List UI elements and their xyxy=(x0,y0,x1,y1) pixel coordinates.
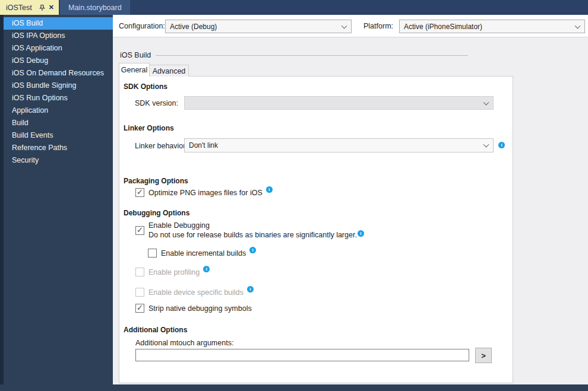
properties-nav-sidebar: iOS Build iOS IPA Options iOS Applicatio… xyxy=(4,15,113,384)
optimize-png-checkbox-row[interactable]: ✓ Optimize PNG images files for iOS i xyxy=(135,188,273,197)
enable-debugging-sublabel: Do not use for release builds as binarie… xyxy=(148,231,357,239)
tab-main-storyboard[interactable]: Main.storyboard xyxy=(60,0,130,15)
mtouch-arguments-label: Additional mtouch arguments: xyxy=(135,339,233,347)
configuration-value: Active (Debug) xyxy=(170,23,217,31)
info-icon[interactable]: i xyxy=(249,247,256,253)
tab-advanced[interactable]: Advanced xyxy=(150,65,189,77)
linker-behavior-value: Don't link xyxy=(189,141,218,150)
nav-item-ios-ipa-options[interactable]: iOS IPA Options xyxy=(4,30,113,42)
enable-profiling-checkbox-row: Enable profiling i xyxy=(135,268,210,276)
platform-value: Active (iPhoneSimulator) xyxy=(404,23,482,31)
enable-device-specific-builds-checkbox-row: Enable device specific builds i xyxy=(135,288,254,297)
enable-incremental-builds-checkbox-row[interactable]: Enable incremental builds i xyxy=(148,249,256,258)
enable-debugging-checkbox-row[interactable]: ✓ Enable Debugging Do not use for releas… xyxy=(135,221,364,240)
tab-iostest[interactable]: iOSTest ✕ xyxy=(0,0,59,15)
nav-item-security[interactable]: Security xyxy=(4,154,113,167)
linker-behavior-select[interactable]: Don't link xyxy=(184,138,494,152)
pin-icon[interactable] xyxy=(38,4,46,12)
linker-options-heading: Linker Options xyxy=(124,124,174,132)
nav-item-ios-application[interactable]: iOS Application xyxy=(4,42,113,55)
nav-item-reference-paths[interactable]: Reference Paths xyxy=(4,142,113,154)
info-icon[interactable]: i xyxy=(203,266,210,272)
debugging-options-heading: Debugging Options xyxy=(124,209,189,217)
nav-item-ios-on-demand-resources[interactable]: iOS On Demand Resources xyxy=(4,67,113,80)
linker-behavior-label: Linker behavior: xyxy=(135,142,188,150)
sdk-version-label: SDK version: xyxy=(135,99,178,107)
configuration-band: Configuration: Active (Debug) Platform: … xyxy=(113,15,588,37)
tab-general[interactable]: General xyxy=(119,63,150,77)
additional-options-heading: Additional Options xyxy=(124,326,187,334)
chevron-down-icon xyxy=(342,23,347,28)
checkbox-disabled xyxy=(135,288,144,297)
packaging-options-heading: Packaging Options xyxy=(124,177,188,185)
info-icon[interactable]: i xyxy=(266,186,273,193)
enable-device-specific-builds-label: Enable device specific builds xyxy=(148,288,244,297)
info-icon[interactable]: i xyxy=(247,286,254,293)
checkbox-checked[interactable]: ✓ xyxy=(135,188,144,197)
close-icon[interactable]: ✕ xyxy=(49,4,54,11)
mtouch-arguments-input[interactable] xyxy=(135,349,469,361)
info-icon[interactable]: i xyxy=(498,142,505,148)
nav-item-ios-debug[interactable]: iOS Debug xyxy=(4,55,113,67)
configuration-select[interactable]: Active (Debug) xyxy=(165,20,352,33)
platform-select[interactable]: Active (iPhoneSimulator) xyxy=(399,20,585,33)
page-title-rule xyxy=(156,55,468,56)
chevron-down-icon xyxy=(483,142,489,148)
page-title: iOS Build xyxy=(120,51,151,59)
strip-native-debugging-symbols-checkbox-row[interactable]: ✓ Strip native debugging symbols xyxy=(135,304,252,313)
checkbox-disabled xyxy=(135,268,144,276)
checkbox-unchecked[interactable] xyxy=(148,249,157,258)
nav-item-build-events[interactable]: Build Events xyxy=(4,129,113,142)
nav-item-ios-bundle-signing[interactable]: iOS Bundle Signing xyxy=(4,80,113,92)
enable-incremental-builds-label: Enable incremental builds xyxy=(161,249,246,258)
sdk-version-select[interactable] xyxy=(184,96,494,110)
enable-profiling-label: Enable profiling xyxy=(148,268,200,276)
nav-item-ios-run-options[interactable]: iOS Run Options xyxy=(4,92,113,104)
checkbox-checked[interactable]: ✓ xyxy=(135,304,144,313)
nav-item-build[interactable]: Build xyxy=(4,117,113,129)
vs-project-properties-window: iOSTest ✕ Main.storyboard iOS Build iOS … xyxy=(0,0,588,391)
nav-item-ios-build[interactable]: iOS Build xyxy=(4,17,113,30)
tab-label: iOSTest xyxy=(6,4,32,12)
strip-native-debugging-symbols-label: Strip native debugging symbols xyxy=(148,304,252,313)
configuration-label: Configuration: xyxy=(119,22,165,30)
tab-label: Main.storyboard xyxy=(68,4,122,12)
expand-arguments-button[interactable]: > xyxy=(475,348,492,363)
platform-label: Platform: xyxy=(363,22,393,30)
info-icon[interactable]: i xyxy=(358,230,364,237)
nav-item-application[interactable]: Application xyxy=(4,104,113,117)
chevron-down-icon xyxy=(575,23,581,28)
sdk-options-heading: SDK Options xyxy=(124,82,167,91)
enable-debugging-label: Enable Debugging xyxy=(148,221,210,230)
window-bottom-edge xyxy=(0,384,588,391)
optimize-png-label: Optimize PNG images files for iOS xyxy=(148,189,263,197)
chevron-down-icon xyxy=(483,99,489,105)
document-tab-bar: iOSTest ✕ Main.storyboard xyxy=(0,0,588,15)
checkbox-checked[interactable]: ✓ xyxy=(135,226,144,235)
